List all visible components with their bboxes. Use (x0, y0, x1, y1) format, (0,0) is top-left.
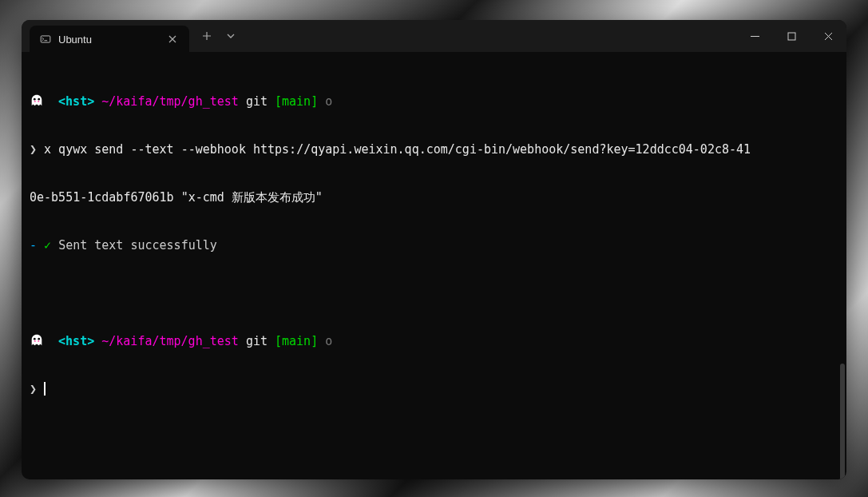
terminal-content[interactable]: <hst> ~/kaifa/tmp/gh_test git [main] o ❯… (22, 52, 846, 479)
check-icon: ✓ (44, 238, 51, 252)
command-text-1: x qywx send --text --webhook https://qya… (44, 142, 751, 157)
svg-point-8 (34, 337, 36, 340)
prompt-path: ~/kaifa/tmp/gh_test (101, 94, 239, 109)
prompt-suffix: o (325, 94, 332, 109)
prompt-branch: [main] (275, 94, 318, 109)
prompt-git: git (246, 94, 268, 109)
prompt-git: git (246, 334, 268, 348)
prompt-host: <hst> (58, 334, 94, 348)
prompt-arrow: ❯ (30, 382, 37, 396)
terminal-window: Ubuntu <hst> ~/kaifa/ (22, 20, 846, 479)
svg-rect-0 (41, 36, 50, 42)
svg-point-6 (34, 100, 36, 101)
tabs-area: Ubuntu (22, 20, 736, 52)
scrollbar[interactable] (840, 364, 845, 479)
command-text-2: 0e-b551-1cdabf67061b "x-cmd 新版本发布成功" (30, 190, 323, 205)
prompt-path: ~/kaifa/tmp/gh_test (101, 334, 239, 348)
prompt-arrow: ❯ (30, 142, 37, 157)
prompt-line: <hst> ~/kaifa/tmp/gh_test git [main] o (30, 333, 838, 349)
svg-point-10 (34, 340, 36, 341)
maximize-button[interactable] (773, 20, 810, 52)
input-line: ❯ (30, 381, 838, 397)
close-button[interactable] (810, 20, 846, 52)
tab-title: Ubuntu (58, 34, 159, 46)
result-text: Sent text successfully (58, 238, 217, 252)
ghost-icon (30, 333, 44, 348)
svg-point-11 (38, 340, 39, 341)
svg-point-9 (38, 337, 40, 340)
svg-point-7 (38, 100, 39, 101)
new-tab-button[interactable] (194, 23, 220, 49)
window-controls (736, 20, 846, 52)
tab-close-button[interactable] (165, 32, 180, 46)
svg-point-5 (38, 97, 40, 100)
ghost-icon (30, 93, 44, 108)
ubuntu-icon (39, 33, 52, 46)
command-line-wrap: 0e-b551-1cdabf67061b "x-cmd 新版本发布成功" (30, 189, 838, 205)
tab-ubuntu[interactable]: Ubuntu (30, 26, 189, 53)
result-line: - ✓ Sent text successfully (30, 237, 838, 253)
svg-point-4 (34, 97, 36, 100)
tab-dropdown-button[interactable] (220, 23, 242, 49)
minimize-button[interactable] (736, 20, 773, 52)
prompt-branch: [main] (275, 334, 318, 348)
prompt-host: <hst> (58, 94, 94, 109)
command-line: ❯ x qywx send --text --webhook https://q… (30, 141, 838, 157)
blank-line (30, 285, 838, 301)
prompt-suffix: o (325, 334, 332, 348)
result-dash: - (30, 238, 37, 252)
svg-rect-3 (788, 33, 795, 40)
cursor (44, 382, 46, 396)
prompt-line: <hst> ~/kaifa/tmp/gh_test git [main] o (30, 93, 838, 109)
titlebar: Ubuntu (22, 20, 846, 52)
